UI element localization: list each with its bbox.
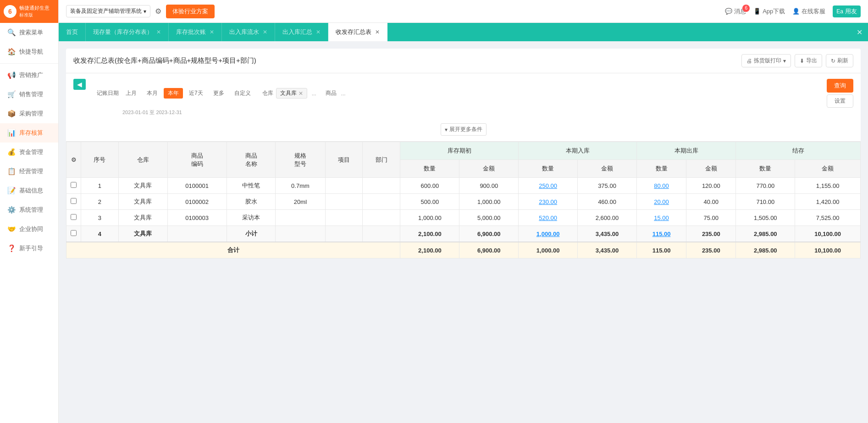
th-out-amt: 金额 — [686, 160, 736, 178]
query-btn[interactable]: 查询 — [827, 79, 853, 93]
tab-close-icon[interactable]: ✕ — [375, 29, 380, 35]
sidebar-item-enterprise-label: 企业协同 — [19, 225, 43, 233]
date-custom[interactable]: 自定义 — [230, 88, 255, 99]
tab-current-stock[interactable]: 现存量（库存分布表） ✕ — [86, 23, 169, 41]
tab-close-icon[interactable]: ✕ — [156, 29, 161, 35]
date-label: 记账日期 — [97, 89, 119, 97]
search-icon: 🔍 — [7, 28, 16, 37]
cell-link[interactable]: 520.00 — [539, 214, 557, 221]
export-btn[interactable]: ⬇ 导出 — [795, 54, 822, 67]
print-btn[interactable]: 🖨 拣货版打印 ▾ — [741, 54, 791, 67]
sidebar-item-purchase[interactable]: 📦 采购管理 — [0, 104, 58, 123]
refresh-btn[interactable]: ↻ 刷新 — [826, 54, 853, 67]
sidebar-item-purchase-label: 采购管理 — [19, 110, 43, 118]
warehouse-tag[interactable]: 文具库 ✕ — [276, 88, 307, 99]
header: 装备及固定资产辅助管理系统 ▾ ⚙ 体验行业方案 💬 消息 6 📱 App下载 … — [59, 0, 868, 23]
app-name: 畅捷通好生意 — [19, 5, 50, 11]
expand-icon: ▾ — [445, 126, 448, 133]
experience-btn[interactable]: 体验行业方案 — [166, 5, 215, 18]
chevron-down-icon: ▾ — [783, 58, 786, 64]
goods-filter: 商品 ... — [326, 89, 348, 97]
user-group[interactable]: Ea 用友 — [833, 5, 861, 17]
system-title-text: 装备及固定资产辅助管理系统 — [70, 7, 142, 15]
date-this-month[interactable]: 本月 — [143, 88, 162, 99]
warehouse-ellipsis[interactable]: ... — [310, 90, 318, 97]
th-department: 部门 — [363, 142, 400, 178]
main-content: 收发存汇总表(按仓库+商品编码+商品+规格型号+项目+部门) 🖨 拣货版打印 ▾… — [59, 41, 868, 266]
settings-icon[interactable]: ⚙ — [155, 7, 161, 16]
date-filter: 记账日期 上月 本月 本年 近7天 更多 自定义 — [97, 88, 255, 99]
tab-batch[interactable]: 库存批次账 ✕ — [169, 23, 222, 41]
date-options: 上月 本月 本年 近7天 更多 自定义 — [122, 88, 255, 99]
sidebar-item-quick-nav[interactable]: 🏠 快捷导航 — [0, 42, 58, 61]
finance-icon: 💰 — [7, 148, 16, 156]
th-goods-name: 商品名称 — [227, 142, 276, 178]
table-row: 1文具库0100001中性笔0.7mm600.00900.00250.00375… — [66, 178, 861, 194]
date-7days[interactable]: 近7天 — [185, 88, 207, 99]
sidebar-item-inventory[interactable]: 📊 库存核算 — [0, 123, 58, 143]
total-open-amt: 6,900.00 — [459, 242, 519, 258]
th-out: 本期出库 — [636, 142, 735, 160]
basic-icon: 📝 — [7, 187, 16, 195]
tab-summary[interactable]: 出入库汇总 ✕ — [275, 23, 328, 41]
online-service-group[interactable]: 👤 在线客服 — [792, 7, 825, 16]
app-download-label: App下载 — [763, 7, 785, 16]
sidebar-item-sales[interactable]: 🛒 销售管理 — [0, 85, 58, 104]
sidebar-item-newbie[interactable]: ❓ 新手引导 — [0, 239, 58, 258]
th-bal-qty: 数量 — [736, 160, 795, 178]
sidebar-item-finance[interactable]: 💰 资金管理 — [0, 143, 58, 162]
cell-link[interactable]: 250.00 — [539, 182, 557, 189]
tab-close-icon[interactable]: ✕ — [210, 29, 214, 35]
sidebar-item-business[interactable]: 📋 经营管理 — [0, 162, 58, 181]
date-more[interactable]: 更多 — [209, 88, 228, 99]
tab-close-icon[interactable]: ✕ — [263, 29, 267, 35]
cell-link[interactable]: 230.00 — [539, 198, 557, 205]
date-range-text: 2023-01-01 至 2023-12-31 — [122, 110, 182, 115]
date-last-month[interactable]: 上月 — [122, 88, 141, 99]
sidebar-item-newbie-label: 新手引导 — [19, 244, 43, 253]
warehouse-tag-close-icon[interactable]: ✕ — [299, 90, 303, 97]
sidebar-item-search[interactable]: 🔍 搜索菜单 — [0, 23, 58, 42]
tab-current-stock-label: 现存量（库存分布表） — [93, 28, 153, 36]
sidebar-item-basic-label: 基础信息 — [19, 187, 43, 195]
tab-stock-summary[interactable]: 收发存汇总表 ✕ — [328, 23, 387, 41]
table-row: 3文具库0100003采访本1,000.005,000.00520.002,60… — [66, 210, 861, 226]
sidebar-item-system-label: 系统管理 — [19, 206, 43, 214]
system-title-select[interactable]: 装备及固定资产辅助管理系统 ▾ — [66, 5, 150, 17]
th-balance: 结存 — [736, 142, 861, 160]
sidebar-item-marketing[interactable]: 📢 营销推广 — [0, 66, 58, 85]
tab-flow[interactable]: 出入库流水 ✕ — [222, 23, 275, 41]
expand-label: 展开更多条件 — [449, 126, 482, 133]
total-in-amt: 3,435.00 — [578, 242, 637, 258]
sidebar-item-system[interactable]: ⚙️ 系统管理 — [0, 200, 58, 220]
th-warehouse: 仓库 — [118, 142, 167, 178]
sidebar-item-marketing-label: 营销推广 — [19, 71, 43, 79]
th-out-qty: 数量 — [636, 160, 686, 178]
sidebar-item-sales-label: 销售管理 — [19, 90, 43, 99]
expand-more-btn[interactable]: ▾ 展开更多条件 — [441, 123, 487, 136]
service-icon: 👤 — [792, 8, 800, 15]
close-all-tabs[interactable]: ✕ — [851, 28, 868, 37]
dropdown-icon: ▾ — [144, 8, 146, 15]
th-settings[interactable]: ⚙ — [66, 142, 81, 178]
goods-ellipsis[interactable]: ... — [339, 90, 348, 97]
purchase-icon: 📦 — [7, 110, 16, 118]
goods-label: 商品 — [326, 89, 337, 97]
app-download-group[interactable]: 📱 App下载 — [753, 7, 785, 16]
user-label: 用友 — [845, 7, 857, 16]
cell-link[interactable]: 115.00 — [652, 231, 671, 237]
cell-link[interactable]: 80.00 — [654, 182, 669, 189]
sidebar-item-enterprise[interactable]: 🤝 企业协同 — [0, 220, 58, 239]
total-in-qty: 1,000.00 — [519, 242, 578, 258]
message-group[interactable]: 💬 消息 6 — [725, 7, 746, 16]
cell-link[interactable]: 1,000.00 — [536, 231, 560, 237]
cell-link[interactable]: 20.00 — [654, 198, 669, 205]
sidebar-item-basic[interactable]: 📝 基础信息 — [0, 181, 58, 200]
cell-link[interactable]: 15.00 — [654, 214, 669, 221]
filter-collapse-btn[interactable]: ◀ — [73, 79, 86, 90]
header-right: 💬 消息 6 📱 App下载 👤 在线客服 Ea 用友 — [725, 5, 861, 17]
tab-close-icon[interactable]: ✕ — [316, 29, 321, 35]
tab-home[interactable]: 首页 — [59, 23, 86, 41]
filter-settings-btn[interactable]: 设置 — [827, 94, 853, 108]
date-this-year[interactable]: 本年 — [164, 88, 183, 99]
